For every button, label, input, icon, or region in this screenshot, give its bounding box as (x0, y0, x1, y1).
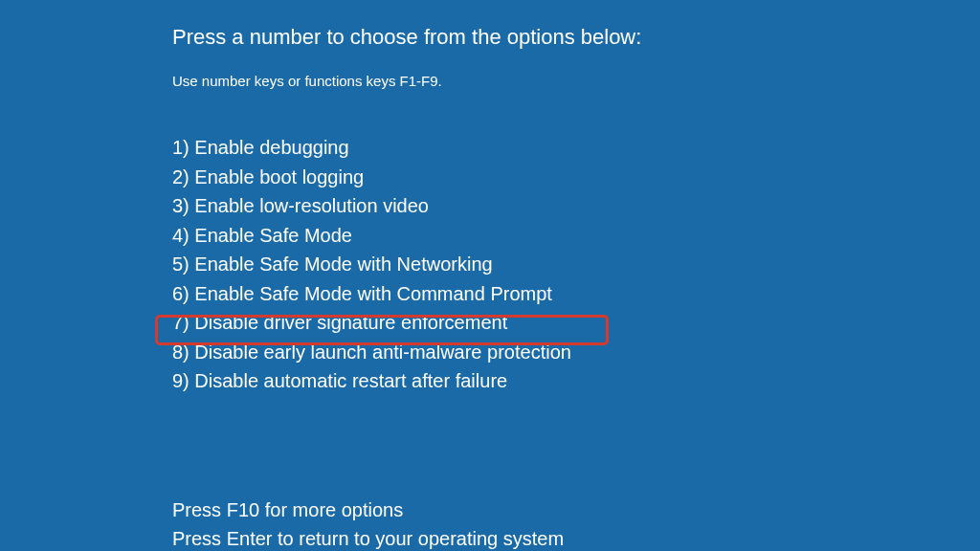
option-label: Disable automatic restart after failure (194, 370, 507, 391)
option-5[interactable]: 5) Enable Safe Mode with Networking (172, 250, 980, 279)
option-1[interactable]: 1) Enable debugging (172, 133, 980, 163)
option-2[interactable]: 2) Enable boot logging (172, 163, 980, 192)
option-number: 8) (172, 342, 189, 363)
option-number: 5) (172, 253, 189, 275)
option-number: 4) (172, 225, 189, 246)
option-number: 9) (172, 370, 189, 391)
more-options-text: Press F10 for more options (172, 496, 980, 524)
option-label: Disable driver signature enforcement (194, 312, 507, 333)
return-text: Press Enter to return to your operating … (172, 524, 980, 552)
option-number: 1) (172, 137, 189, 158)
option-label: Enable Safe Mode (194, 225, 352, 246)
option-6[interactable]: 6) Enable Safe Mode with Command Prompt (172, 279, 980, 309)
startup-options-list: 1) Enable debugging 2) Enable boot loggi… (172, 133, 980, 396)
option-9[interactable]: 9) Disable automatic restart after failu… (172, 366, 980, 396)
option-number: 3) (172, 195, 189, 216)
option-label: Disable early launch anti-malware protec… (194, 342, 571, 363)
footer-instructions: Press F10 for more options Press Enter t… (172, 496, 980, 552)
option-7[interactable]: 7) Disable driver signature enforcement (172, 308, 980, 338)
option-number: 2) (172, 166, 189, 187)
option-number: 7) (172, 312, 189, 333)
option-label: Enable boot logging (194, 166, 364, 187)
option-label: Enable Safe Mode with Networking (194, 253, 492, 275)
option-label: Enable Safe Mode with Command Prompt (194, 283, 552, 304)
option-label: Enable debugging (194, 137, 348, 158)
option-number: 6) (172, 283, 189, 304)
option-3[interactable]: 3) Enable low-resolution video (172, 191, 980, 221)
hint-text: Use number keys or functions keys F1-F9. (172, 73, 980, 89)
option-8[interactable]: 8) Disable early launch anti-malware pro… (172, 338, 980, 367)
instruction-text: Press a number to choose from the option… (172, 25, 980, 50)
option-4[interactable]: 4) Enable Safe Mode (172, 221, 980, 251)
option-label: Enable low-resolution video (194, 195, 429, 216)
